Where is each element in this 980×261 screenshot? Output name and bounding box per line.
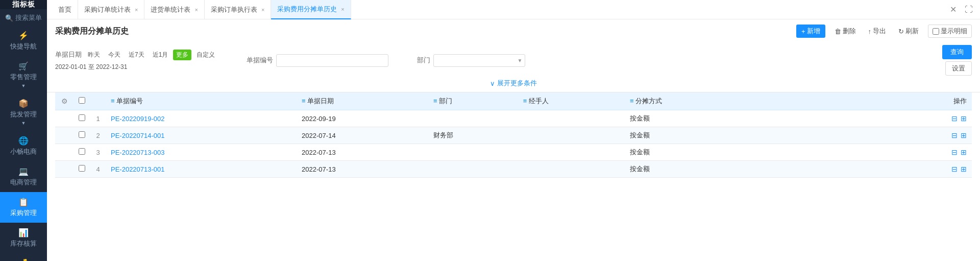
- date-filter: 单据日期 昨天 今天 近7天 近1月 更多 自定义 2022-01-01 至 2…: [55, 50, 218, 72]
- row-order-no-0: PE-20220919-002: [106, 110, 297, 127]
- search-button[interactable]: 查询: [942, 45, 972, 59]
- sidebar-search-label: 搜索菜单: [15, 13, 42, 22]
- dept-label: 部门: [417, 56, 430, 65]
- row-select-3[interactable]: [79, 165, 85, 172]
- row-settings-3: [55, 161, 74, 178]
- page-header: 采购费用分摊单历史 + 新增 🗑 删除 ↑ 导出 ↻ 刷新: [47, 19, 980, 41]
- row-edit-btn-3[interactable]: ⊞: [961, 165, 967, 173]
- date-btn-custom[interactable]: 自定义: [193, 50, 218, 60]
- export-button[interactable]: ↑ 导出: [865, 25, 890, 38]
- row-split-method-3: 按金额: [625, 161, 931, 178]
- date-btn-today[interactable]: 今天: [105, 50, 124, 60]
- table-row: 4 PE-20220713-001 2022-07-13 按金额 ⊟ ⊞: [55, 161, 972, 178]
- chevron-down-more-icon: ∨: [490, 80, 495, 87]
- col-split-method-label: 分摊方式: [635, 97, 662, 105]
- col-dept-label: 部门: [439, 97, 452, 105]
- sidebar-item-quick[interactable]: ⚡ 快捷导航: [0, 26, 47, 56]
- sidebar-item-finance[interactable]: 💰 资金管理: [0, 253, 47, 261]
- row-select-0[interactable]: [79, 114, 85, 121]
- row-edit-btn-2[interactable]: ⊞: [961, 148, 967, 156]
- sidebar-item-ecommerce[interactable]: 💻 电商管理: [0, 161, 47, 192]
- row-order-no-link-2[interactable]: PE-20220713-003: [111, 149, 165, 156]
- ecommerce-icon: 💻: [18, 167, 29, 176]
- row-handler-0: [518, 110, 625, 127]
- date-range-display: 2022-01-01 至 2022-12-31: [55, 63, 218, 72]
- col-settings: ⚙: [55, 92, 74, 110]
- tab-close-purchase-cost-history[interactable]: ×: [341, 6, 344, 12]
- add-button[interactable]: + 新增: [796, 25, 825, 38]
- row-select-1[interactable]: [79, 131, 85, 138]
- dept-select[interactable]: 财务部: [433, 54, 525, 67]
- page-actions: + 新增 🗑 删除 ↑ 导出 ↻ 刷新 显示明细: [796, 25, 972, 38]
- row-checkbox-1: [74, 127, 90, 144]
- row-handler-2: [518, 144, 625, 161]
- expand-more-label: 展开更多条件: [497, 79, 537, 88]
- row-order-no-link-0[interactable]: PE-20220919-002: [111, 115, 165, 123]
- tab-purchase-order-exec-label: 采购订单执行表: [211, 5, 257, 14]
- tab-close-purchase-order-exec[interactable]: ×: [261, 7, 264, 13]
- plus-icon: +: [801, 28, 805, 35]
- sidebar-quick-label: 快捷导航: [10, 42, 37, 51]
- retail-icon: 🛒: [18, 61, 29, 71]
- tab-home[interactable]: 首页: [52, 0, 78, 19]
- expand-more-btn[interactable]: ∨ 展开更多条件: [55, 79, 972, 88]
- tab-purchase-order-stats[interactable]: 采购订单统计表 ×: [78, 0, 144, 19]
- row-edit-btn-0[interactable]: ⊞: [961, 114, 967, 123]
- sidebar-item-inventory[interactable]: 📊 库存核算: [0, 223, 47, 253]
- filter-buttons: 查询 设置: [942, 45, 972, 76]
- tab-close-inbound-stats[interactable]: ×: [194, 7, 198, 13]
- show-cols-checkbox[interactable]: [933, 28, 939, 35]
- active-indicator: [45, 200, 47, 215]
- delete-button[interactable]: 🗑 删除: [831, 25, 859, 38]
- row-num-0: 1: [90, 110, 106, 127]
- tab-inbound-stats[interactable]: 进货单统计表 ×: [144, 0, 204, 19]
- sidebar-item-ecommerce-small[interactable]: 🌐 小畅电商: [0, 131, 47, 161]
- row-view-btn-0[interactable]: ⊟: [951, 114, 958, 123]
- date-btn-yesterday[interactable]: 昨天: [85, 50, 103, 60]
- select-all-checkbox[interactable]: [79, 97, 85, 104]
- col-settings-icon[interactable]: ⚙: [61, 97, 68, 105]
- tab-purchase-order-stats-label: 采购订单统计表: [84, 5, 131, 14]
- sidebar-ecommerce-label: 电商管理: [10, 178, 37, 187]
- row-order-no-link-1[interactable]: PE-20220714-001: [111, 132, 165, 139]
- col-checkbox: [74, 92, 90, 110]
- tab-close-all-btn[interactable]: ✕: [948, 4, 959, 15]
- tab-close-purchase-order-stats[interactable]: ×: [135, 7, 138, 13]
- tab-fullscreen-btn[interactable]: ⛶: [963, 4, 975, 15]
- filter-area: 单据日期 昨天 今天 近7天 近1月 更多 自定义 2022-01-01 至 2…: [47, 41, 980, 92]
- tab-purchase-order-exec[interactable]: 采购订单执行表 ×: [205, 0, 271, 19]
- wholesale-icon: 📦: [18, 99, 29, 108]
- date-btn-7days[interactable]: 近7天: [126, 50, 148, 60]
- row-order-no-3: PE-20220713-001: [106, 161, 297, 178]
- refresh-button[interactable]: ↻ 刷新: [895, 25, 922, 38]
- dept-select-wrapper: 财务部 ▼: [433, 54, 525, 67]
- row-view-btn-2[interactable]: ⊟: [951, 148, 958, 156]
- col-dept-icon: ≡: [433, 97, 437, 105]
- row-split-method-1: 按金额: [625, 127, 931, 144]
- add-button-label: 新增: [807, 27, 820, 36]
- show-cols-button[interactable]: 显示明细: [928, 25, 972, 38]
- refresh-button-label: 刷新: [905, 27, 919, 36]
- row-order-no-link-3[interactable]: PE-20220713-001: [111, 165, 165, 173]
- row-edit-btn-1[interactable]: ⊞: [961, 131, 967, 139]
- row-view-btn-1[interactable]: ⊟: [951, 131, 958, 139]
- col-handler-label: 经手人: [529, 97, 549, 105]
- sidebar-item-search[interactable]: 🔍 搜索菜单: [0, 9, 47, 26]
- sidebar-item-wholesale[interactable]: 📦 批发管理 ▼: [0, 93, 47, 131]
- tab-inbound-stats-label: 进货单统计表: [151, 5, 190, 14]
- date-btn-more[interactable]: 更多: [173, 50, 191, 60]
- row-dept-3: [428, 161, 518, 178]
- row-select-2[interactable]: [79, 148, 85, 155]
- tab-purchase-cost-history[interactable]: 采购费用分摊单历史 ×: [271, 0, 351, 19]
- sidebar-item-retail[interactable]: 🛒 零售管理 ▼: [0, 56, 47, 93]
- filter-settings-button[interactable]: 设置: [945, 61, 972, 76]
- col-ops: 操作: [931, 92, 972, 110]
- row-checkbox-0: [74, 110, 90, 127]
- inventory-icon: 📊: [18, 228, 29, 238]
- table-row: 2 PE-20220714-001 2022-07-14 财务部 按金额 ⊟ ⊞: [55, 127, 972, 144]
- row-view-btn-3[interactable]: ⊟: [951, 165, 958, 173]
- sidebar-item-purchase[interactable]: 📋 采购管理: [0, 192, 47, 223]
- order-no-input[interactable]: [276, 54, 388, 67]
- date-btn-1month[interactable]: 近1月: [150, 50, 172, 60]
- sidebar-logo: 指标板: [0, 0, 47, 9]
